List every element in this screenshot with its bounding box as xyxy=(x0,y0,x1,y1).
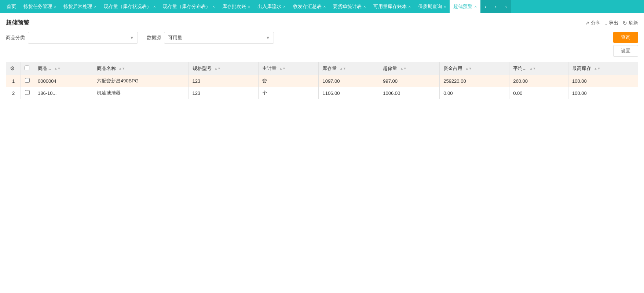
sort-spec-icon: ▲▼ xyxy=(214,67,221,70)
cell-row-index: 2 xyxy=(6,87,21,99)
cell-unit: 套 xyxy=(258,75,319,87)
page-actions: ↗ 分享 ↓ 导出 ↻ 刷新 xyxy=(585,20,638,26)
th-stock[interactable]: 库存量 ▲▼ xyxy=(319,62,379,75)
top-navigation: 首页 拣货任务管理 × 拣货异常处理 × 现存量（库存状况表） × 现存量（库存… xyxy=(0,0,644,13)
cell-unit: 个 xyxy=(258,87,319,99)
row-checkbox-cell[interactable] xyxy=(21,75,34,87)
th-settings[interactable]: ⚙ xyxy=(6,62,21,75)
close-quality-icon[interactable]: × xyxy=(444,4,446,9)
close-flow-icon[interactable]: × xyxy=(283,4,285,9)
main-content: 超储预警 ↗ 分享 ↓ 导出 ↻ 刷新 商品分类 ▼ xyxy=(0,13,644,293)
page-title: 超储预警 xyxy=(6,19,29,27)
cell-product-code: 0000004 xyxy=(34,75,93,87)
th-overstock[interactable]: 超储量 ▲▼ xyxy=(379,62,440,75)
close-pick-exception-icon[interactable]: × xyxy=(94,4,96,9)
close-batch-account-icon[interactable]: × xyxy=(248,4,250,9)
cell-overstock: 997.00 xyxy=(379,75,440,87)
th-capital[interactable]: 资金占用 ▲▼ xyxy=(440,62,509,75)
nav-flow[interactable]: 出入库流水 × xyxy=(254,0,289,13)
nav-prev-arrow[interactable]: ‹ xyxy=(480,0,491,13)
table-row: 1 0000004 六配套新昌490BPG 123 套 1097.00 997.… xyxy=(6,75,638,87)
nav-more-arrow[interactable]: › xyxy=(501,0,511,13)
nav-overstock-warning[interactable]: 超储预警 × xyxy=(450,0,480,13)
sort-stock-icon: ▲▼ xyxy=(340,67,346,70)
row-checkbox-1[interactable] xyxy=(25,90,30,95)
nav-next-arrow[interactable]: › xyxy=(491,0,501,13)
page-header: 超储预警 ↗ 分享 ↓ 导出 ↻ 刷新 xyxy=(6,19,638,27)
sort-product-name-icon: ▲▼ xyxy=(118,67,125,70)
settings-button[interactable]: 设置 xyxy=(613,45,638,57)
close-avail-account-icon[interactable]: × xyxy=(409,4,411,9)
product-category-label: 商品分类 xyxy=(6,34,25,41)
nav-quality-query[interactable]: 保质期查询 × xyxy=(414,0,450,13)
close-summary-icon[interactable]: × xyxy=(323,4,326,9)
nav-pick-exception[interactable]: 拣货异常处理 × xyxy=(60,0,100,13)
sort-avg-icon: ▲▼ xyxy=(530,67,536,70)
cell-avg: 0.00 xyxy=(509,87,568,99)
cell-spec: 123 xyxy=(189,75,258,87)
data-source-filter: 数据源 可用量 ▼ xyxy=(147,32,274,44)
nav-batch-account[interactable]: 库存批次账 × xyxy=(219,0,254,13)
row-checkbox-cell[interactable] xyxy=(21,87,34,99)
th-max-stock[interactable]: 最高库存 ▲▼ xyxy=(568,62,638,75)
cell-product-name: 机油滤清器 xyxy=(93,87,189,99)
close-order-stat-icon[interactable]: × xyxy=(363,4,366,9)
product-category-select[interactable]: ▼ xyxy=(28,32,138,44)
cell-product-code: 186-10... xyxy=(34,87,93,99)
cell-avg: 260.00 xyxy=(509,75,568,87)
data-source-select[interactable]: 可用量 ▼ xyxy=(164,32,274,44)
close-pick-task-icon[interactable]: × xyxy=(54,4,56,9)
cell-max-stock: 100.00 xyxy=(568,75,638,87)
query-button[interactable]: 查询 xyxy=(613,32,638,43)
nav-stock-status[interactable]: 现存量（库存状况表） × xyxy=(100,0,159,13)
sort-max-stock-icon: ▲▼ xyxy=(594,67,601,70)
cell-stock: 1106.00 xyxy=(319,87,379,99)
export-icon: ↓ xyxy=(605,20,607,26)
cell-capital: 259220.00 xyxy=(440,75,509,87)
share-icon: ↗ xyxy=(585,20,589,26)
nav-avail-account[interactable]: 可用量库存账本 × xyxy=(370,0,414,13)
cell-overstock: 1006.00 xyxy=(379,87,440,99)
product-category-dropdown-icon: ▼ xyxy=(130,36,134,40)
product-category-filter: 商品分类 ▼ xyxy=(6,32,138,44)
close-stock-dist-icon[interactable]: × xyxy=(212,4,215,9)
th-avg[interactable]: 平均... ▲▼ xyxy=(509,62,568,75)
select-all-checkbox[interactable] xyxy=(25,66,29,70)
refresh-button[interactable]: ↻ 刷新 xyxy=(623,20,638,26)
cell-spec: 123 xyxy=(189,87,258,99)
sort-unit-icon: ▲▼ xyxy=(279,67,286,70)
cell-product-name: 六配套新昌490BPG xyxy=(93,75,189,87)
row-checkbox-0[interactable] xyxy=(25,78,30,83)
nav-order-stat[interactable]: 要货单统计表 × xyxy=(329,0,369,13)
close-overstock-icon[interactable]: × xyxy=(474,4,476,9)
nav-stock-dist[interactable]: 现存量（库存分布表） × xyxy=(159,0,218,13)
cell-max-stock: 100.00 xyxy=(568,87,638,99)
table-header-row: ⚙ 商品... ▲▼ 商品名称 ▲▼ 规格型号 ▲▼ 主计 xyxy=(6,62,638,75)
settings-gear-icon[interactable]: ⚙ xyxy=(10,65,15,71)
cell-stock: 1097.00 xyxy=(319,75,379,87)
nav-home[interactable]: 首页 xyxy=(3,0,20,13)
data-source-label: 数据源 xyxy=(147,34,161,41)
refresh-icon: ↻ xyxy=(623,20,627,26)
sort-capital-icon: ▲▼ xyxy=(465,67,472,70)
close-stock-status-icon[interactable]: × xyxy=(153,4,155,9)
nav-summary[interactable]: 收发存汇总表 × xyxy=(289,0,329,13)
th-unit[interactable]: 主计量 ▲▼ xyxy=(258,62,319,75)
cell-capital: 0.00 xyxy=(440,87,509,99)
export-button[interactable]: ↓ 导出 xyxy=(605,20,618,26)
share-button[interactable]: ↗ 分享 xyxy=(585,20,600,26)
nav-pick-task[interactable]: 拣货任务管理 × xyxy=(20,0,60,13)
table-row: 2 186-10... 机油滤清器 123 个 1106.00 1006.00 … xyxy=(6,87,638,99)
data-source-dropdown-icon: ▼ xyxy=(266,36,270,40)
th-product-code[interactable]: 商品... ▲▼ xyxy=(34,62,93,75)
sort-overstock-icon: ▲▼ xyxy=(400,67,407,70)
sort-product-code-icon: ▲▼ xyxy=(54,67,61,70)
th-spec[interactable]: 规格型号 ▲▼ xyxy=(189,62,258,75)
cell-row-index: 1 xyxy=(6,75,21,87)
th-product-name[interactable]: 商品名称 ▲▼ xyxy=(93,62,189,75)
th-checkbox[interactable] xyxy=(21,62,34,75)
data-table: ⚙ 商品... ▲▼ 商品名称 ▲▼ 规格型号 ▲▼ 主计 xyxy=(6,62,638,99)
